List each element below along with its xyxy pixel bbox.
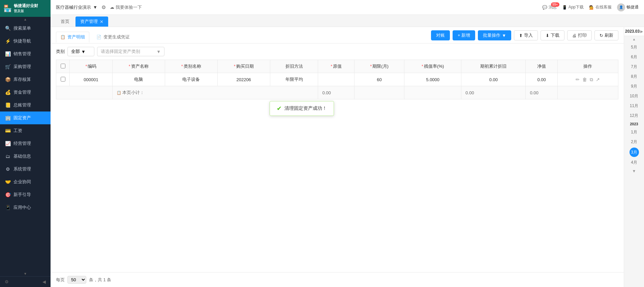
settings-btn[interactable]: ⚙ (5, 279, 9, 284)
chevron-down-icon: ▼ (502, 33, 506, 38)
tab-home-label: 首页 (61, 19, 69, 24)
sidebar-bottom: ⚙ ◀ (0, 276, 51, 287)
cal-month-8[interactable]: 8月 (624, 72, 644, 82)
cal-year-divider: 2023 (624, 121, 644, 127)
sidebar-item-purchase[interactable]: 🛒 采购管理 (0, 60, 51, 73)
sub-tabs-left: 📋 资产明细 📄 变更生成凭证 (56, 32, 134, 42)
cal-month-2[interactable]: 2月 (624, 137, 644, 147)
th-code-label: 编码 (88, 64, 96, 69)
download-button[interactable]: ⬇ 下载 (541, 30, 564, 40)
td-subtotal-text: 📋 本页小计： (112, 86, 318, 99)
sidebar-item-quicknav[interactable]: ⚡ 快捷导航 (0, 35, 51, 47)
sidebar-item-label: 工资 (13, 128, 22, 134)
cal-month-4[interactable]: 4月 (624, 158, 644, 167)
sidebar-item-funds[interactable]: 💰 资金管理 (0, 86, 51, 99)
refresh-button[interactable]: ↻ 刷新 (594, 30, 618, 40)
subtotal-row: 📋 本页小计： 0.00 0.00 (56, 86, 618, 99)
collapse-btn[interactable]: ◀ (42, 279, 46, 284)
sidebar-item-label: 销售管理 (13, 51, 31, 57)
action-icons: ✏ 🗑 ⧉ ↗ (562, 77, 614, 83)
online-service-button[interactable]: 💁 在线客服 (589, 4, 612, 10)
user-info[interactable]: 👤 畅捷通 (617, 3, 639, 11)
company-selector[interactable]: 医疗器械行业演示 ▼ (56, 4, 97, 10)
sales-icon: 📊 (5, 51, 11, 57)
batch-ops-button[interactable]: 批量操作 ▼ (478, 30, 511, 40)
toast-message: 清理固定资产成功！ (284, 105, 327, 111)
cal-month-11[interactable]: 11月 (624, 101, 644, 111)
sidebar-item-apps[interactable]: 📱 应用中心 (0, 201, 51, 214)
copy-icon[interactable]: ⧉ (590, 77, 593, 83)
cal-header: 2023.03 ▶ (624, 27, 644, 36)
page-size-select[interactable]: 50 10 20 100 (67, 276, 86, 284)
sidebar-item-search[interactable]: 🔍 搜索菜单 (0, 22, 51, 35)
header-settings-icon[interactable]: ⚙ (101, 4, 106, 10)
subtab-asset-detail[interactable]: 📋 资产明细 (56, 32, 89, 42)
sidebar-item-guide[interactable]: 🎯 新手引导 (0, 188, 51, 201)
reconcile-button[interactable]: 对账 (431, 30, 450, 40)
subtab-change-voucher[interactable]: 📄 变更生成凭证 (92, 32, 134, 42)
logo-icon: 🏪 (3, 4, 12, 12)
more-icon[interactable]: ↗ (596, 77, 600, 83)
th-net-value: 净值 (526, 60, 558, 73)
import-label: 导入 (524, 32, 533, 38)
cal-month-1[interactable]: 1月 (624, 127, 644, 137)
td-subtotal-period (355, 86, 404, 99)
sidebar-scroll-down[interactable]: ▼ (0, 271, 51, 276)
pagination-row: 每页 50 10 20 100 条，共 1 条 (51, 272, 624, 287)
sidebar-item-fixed-assets[interactable]: 🏢 固定资产 (0, 111, 51, 124)
new-button[interactable]: + 新增 (453, 30, 475, 40)
sidebar-scroll-up[interactable]: ▲ (0, 17, 51, 22)
td-period: 60 (355, 73, 404, 86)
tab-close-icon[interactable]: ✕ (100, 19, 103, 24)
select-all-checkbox[interactable] (61, 64, 65, 68)
th-original-value-label: 原值 (333, 64, 342, 69)
sidebar-item-inventory[interactable]: 📦 库存核算 (0, 73, 51, 86)
cal-month-5[interactable]: 5月 (624, 42, 644, 52)
message-button[interactable]: 💬 消息 99+ (542, 4, 557, 10)
sidebar-item-label: 企业协同 (13, 179, 31, 185)
sidebar-item-sales[interactable]: 📊 销售管理 (0, 47, 51, 60)
quicknav-icon: ⚡ (5, 38, 11, 44)
td-net-value: 0.00 (526, 73, 558, 86)
category-type-select[interactable]: 全部 ▼ (67, 47, 94, 56)
sidebar-item-operations[interactable]: 📈 经营管理 (0, 137, 51, 150)
cal-bottom-icon[interactable]: ▼ (624, 167, 644, 175)
app-download-button[interactable]: 📱 App下载 (562, 4, 584, 10)
all-option: 全部 (71, 49, 80, 55)
td-subtotal-net: 0.00 (526, 86, 558, 99)
th-period: *期限(月) (355, 60, 404, 73)
cal-month-12[interactable]: 12月 (624, 111, 644, 121)
sidebar-item-basic-info[interactable]: 🗂 基础信息 (0, 150, 51, 163)
cal-month-10[interactable]: 10月 (624, 91, 644, 101)
cal-month-7[interactable]: 7月 (624, 62, 644, 72)
cloud-icon: ☁ (110, 5, 114, 10)
edit-icon[interactable]: ✏ (576, 77, 580, 83)
chevron-right-icon: ▶ (640, 30, 643, 33)
print-button[interactable]: 🖨 打印 (567, 30, 592, 40)
sidebar-item-enterprise[interactable]: 🤝 企业协同 (0, 176, 51, 188)
cal-month-3-current[interactable]: 3月 (630, 148, 639, 157)
system-icon: ⚙ (5, 166, 11, 172)
cal-month-9[interactable]: 9月 (624, 82, 644, 91)
cal-year-label: 2023.03 (625, 29, 640, 34)
apps-icon: 📱 (5, 205, 11, 210)
sidebar-item-ledger[interactable]: 📒 总账管理 (0, 99, 51, 111)
tab-home[interactable]: 首页 (56, 17, 74, 27)
sidebar-item-label: 总账管理 (13, 102, 31, 108)
print-label: 打印 (578, 32, 587, 38)
category-filter-placeholder: 请选择固定资产类别 (101, 49, 140, 55)
category-filter-select[interactable]: 请选择固定资产类别 ▼ (97, 47, 164, 56)
experience-button[interactable]: ☁ 我要体验一下 (110, 4, 142, 10)
sidebar-item-system[interactable]: ⚙ 系统管理 (0, 163, 51, 176)
td-actions: ✏ 🗑 ⧉ ↗ (557, 73, 618, 86)
sidebar-item-payroll[interactable]: 💳 工资 (0, 124, 51, 137)
row-checkbox[interactable] (61, 77, 65, 82)
delete-icon[interactable]: 🗑 (582, 77, 587, 83)
cal-month-6[interactable]: 6月 (624, 52, 644, 62)
chevron-down-icon: ▼ (156, 49, 161, 54)
import-button[interactable]: ⬆ 导入 (514, 30, 538, 40)
app-name: 畅捷通好业财 (14, 3, 38, 9)
tab-asset-management[interactable]: 资产管理 ✕ (75, 17, 108, 27)
cal-scroll-up[interactable]: ▲ (624, 36, 644, 42)
td-subtotal-residual (404, 86, 461, 99)
